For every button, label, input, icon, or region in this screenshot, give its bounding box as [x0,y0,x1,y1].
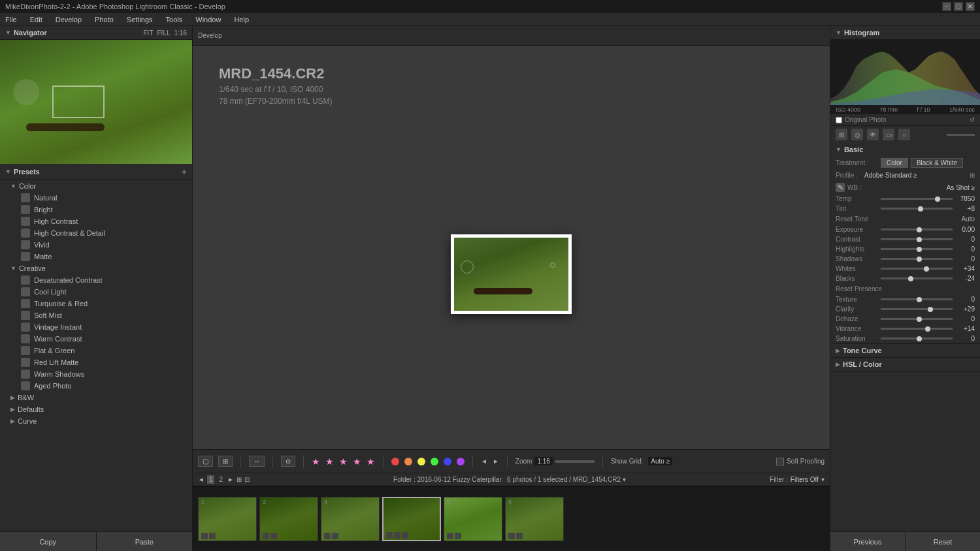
loupe-button[interactable]: ⊙ [281,456,295,467]
film-frame-4-selected[interactable] [382,497,441,541]
highlights-slider[interactable] [881,248,953,250]
preset-flat-green[interactable]: Flat & Green [0,345,192,356]
nav-left-icon[interactable]: ◄ [198,476,204,483]
preset-soft-mist[interactable]: Soft Mist [0,309,192,321]
whites-thumb[interactable] [924,266,929,272]
crop-tool[interactable]: ⊞ [836,129,847,140]
preset-aged-photo[interactable]: Aged Photo [0,380,192,392]
filename-dropdown[interactable]: ▾ [623,476,626,483]
view-grid-button[interactable]: ⊞ [218,456,233,467]
preset-warm-shadows[interactable]: Warm Shadows [0,368,192,380]
zoom-value[interactable]: 1:16 [534,457,552,465]
presets-header[interactable]: ▼ Presets + [0,164,192,180]
preset-warm-contrast[interactable]: Warm Contrast [0,333,192,345]
copy-button[interactable]: Copy [0,532,96,551]
contrast-slider[interactable] [881,238,953,240]
clarity-thumb[interactable] [928,307,933,312]
film-frame-1[interactable]: 1 [198,497,257,541]
contrast-thumb[interactable] [917,237,922,242]
highlights-thumb[interactable] [917,247,922,252]
star-1[interactable]: ★ [312,456,320,467]
view-compare-button[interactable]: ↔ [249,456,265,467]
presets-add-button[interactable]: + [182,166,187,177]
exposure-slider[interactable] [881,228,953,230]
shadows-thumb[interactable] [917,257,922,262]
menu-edit[interactable]: Edit [27,16,45,24]
dehaze-thumb[interactable] [917,317,922,322]
color-blue[interactable] [444,458,451,465]
wb-picker[interactable]: ✎ [836,183,845,192]
texture-slider[interactable] [881,298,953,300]
texture-thumb[interactable] [917,297,922,302]
original-photo-checkbox[interactable] [836,117,842,123]
arrow-left[interactable]: ◄ [481,458,487,465]
nav-right-icon[interactable]: ► [227,476,234,483]
menu-help[interactable]: Help [231,16,252,24]
zoom-fit[interactable]: FIT [144,29,154,37]
preset-desaturated[interactable]: Desaturated Contrast [0,274,192,286]
tint-slider[interactable] [881,208,953,210]
zoom-ratio[interactable]: 1:16 [174,29,187,37]
saturation-thumb[interactable] [917,336,922,341]
zoom-slider[interactable] [555,460,595,463]
tool-slider[interactable] [947,134,975,136]
nav-num-2[interactable]: 2 [217,475,225,484]
close-button[interactable]: ✕ [966,2,975,11]
preset-group-curve-header[interactable]: ▶ Curve [0,415,192,427]
star-4[interactable]: ★ [353,456,361,467]
filter-value[interactable]: Filters Off [791,476,819,483]
preset-bright[interactable]: Bright [0,204,192,215]
histogram-header[interactable]: ▼ Histogram [830,26,980,40]
gradient-tool[interactable]: ▭ [883,129,894,140]
star-5[interactable]: ★ [367,456,375,467]
nav-grid-icon[interactable]: ⊞ [237,476,242,483]
minimize-button[interactable]: – [942,2,951,11]
menu-develop[interactable]: Develop [53,16,84,24]
preset-turquoise[interactable]: Turquoise & Red [0,298,192,309]
menu-tools[interactable]: Tools [163,16,186,24]
color-orange[interactable] [404,458,412,465]
vibrance-thumb[interactable] [925,326,930,332]
view-single-button[interactable]: ▢ [198,456,213,467]
film-frame-2[interactable]: 2 [259,497,318,541]
shadows-slider[interactable] [881,258,953,260]
profile-grid-icon[interactable]: ⊞ [970,172,975,179]
menu-photo[interactable]: Photo [92,16,116,24]
photo-display[interactable] [451,234,572,314]
preset-vivid[interactable]: Vivid [0,239,192,251]
soft-proof-checkbox[interactable] [776,458,784,465]
nav-num-1[interactable]: 1 [207,475,215,484]
star-2[interactable]: ★ [325,456,334,467]
whites-slider[interactable] [881,268,953,270]
star-3[interactable]: ★ [339,456,348,467]
film-frame-3[interactable]: 4 [321,497,380,541]
blacks-thumb[interactable] [908,276,913,281]
tone-curve-header[interactable]: ▶ Tone Curve [830,344,980,357]
redeye-tool[interactable]: 👁 [867,129,879,140]
reset-button[interactable]: Reset [906,532,980,551]
menu-settings[interactable]: Settings [124,16,155,24]
current-filename[interactable]: MRD_1454.CR2 [573,476,621,483]
menu-file[interactable]: File [3,16,20,24]
profile-value[interactable]: Adobe Standard ≥ [864,172,967,179]
navigator-thumbnail[interactable] [0,40,192,164]
film-frame-5[interactable]: 5 [444,497,502,541]
preset-natural[interactable]: Natural [0,192,192,204]
bw-treatment-button[interactable]: Black & White [911,158,963,168]
preset-high-contrast[interactable]: High Contrast [0,215,192,227]
wb-value[interactable]: As Shot ≥ [927,184,975,191]
preset-red-lift[interactable]: Red Lift Matte [0,356,192,368]
preset-matte[interactable]: Matte [0,251,192,262]
preset-high-contrast-detail[interactable]: High Contrast & Detail [0,227,192,239]
hsl-header[interactable]: ▶ HSL / Color [830,358,980,371]
color-treatment-button[interactable]: Color [881,158,908,168]
grid-value[interactable]: Auto ≥ [648,457,672,465]
saturation-slider[interactable] [881,338,953,339]
preset-group-color-header[interactable]: ▼ Color [0,180,192,192]
preset-group-defaults-header[interactable]: ▶ Defaults [0,403,192,415]
preset-vintage-instant[interactable]: Vintage Instant [0,321,192,333]
vibrance-slider[interactable] [881,328,953,330]
clarity-slider[interactable] [881,308,953,310]
color-green[interactable] [431,458,438,465]
filter-dropdown[interactable]: ▾ [821,476,825,483]
